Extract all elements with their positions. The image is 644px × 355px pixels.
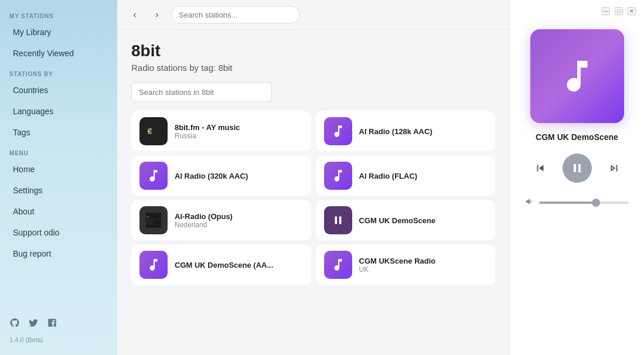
player-controls xyxy=(530,153,625,183)
station-name-cgm: CGM UK DemoScene xyxy=(359,216,488,225)
window-controls: — □ ✕ xyxy=(602,7,636,15)
station-name-ai128: AI Radio (128k AAC) xyxy=(359,127,488,136)
page-subtitle: Radio stations by tag: 8bit xyxy=(131,63,495,73)
station-country-aiopus: Nederland xyxy=(175,221,303,229)
maximize-button[interactable]: □ xyxy=(615,7,623,15)
sidebar-item-about[interactable]: About xyxy=(4,202,114,221)
station-icon-cgmaa xyxy=(139,251,168,279)
station-grid: 8bit.fm - AY music Russia AI Radio (128k… xyxy=(131,111,495,285)
station-name-cgmaa: CGM UK DemoScene (AA... xyxy=(175,261,303,269)
volume-icon xyxy=(525,197,534,208)
station-info-aiopus: AI-Radio (Opus) Nederland xyxy=(175,212,303,229)
page-content: 8bit Radio stations by tag: 8bit 8bit.fm… xyxy=(117,30,509,355)
now-playing-artwork xyxy=(530,29,624,123)
station-icon-ai128 xyxy=(324,117,352,145)
global-search-input[interactable] xyxy=(171,6,300,23)
station-card-aiflac[interactable]: AI Radio (FLAC) xyxy=(316,156,496,196)
station-info-cgmaa: CGM UK DemoScene (AA... xyxy=(175,261,303,269)
station-country-cgmuk: UK xyxy=(359,265,488,274)
station-info-8bitfm: 8bit.fm - AY music Russia xyxy=(175,123,303,140)
twitter-icon[interactable] xyxy=(28,318,39,328)
sidebar-item-tags[interactable]: Tags xyxy=(4,122,114,142)
station-card-cgmuk[interactable]: CGM UKScene Radio UK xyxy=(316,245,496,285)
sidebar-item-support-odio[interactable]: Support odio xyxy=(4,223,114,243)
station-name-8bitfm: 8bit.fm - AY music xyxy=(175,123,303,132)
sidebar-item-bug-report[interactable]: Bug report xyxy=(4,244,114,264)
my-stations-section-label: MY STATIONS xyxy=(0,6,117,22)
next-button[interactable] xyxy=(604,158,625,179)
sidebar-item-my-library[interactable]: My Library xyxy=(4,22,114,42)
svg-text:AI-Radio.org: AI-Radio.org xyxy=(146,223,156,225)
station-name-cgmuk: CGM UKScene Radio xyxy=(359,257,488,265)
now-playing-title: CGM UK DemoScene xyxy=(536,132,618,142)
sidebar: MY STATIONS My Library Recently Viewed S… xyxy=(0,0,117,355)
station-card-8bitfm[interactable]: 8bit.fm - AY music Russia xyxy=(131,111,311,151)
station-country-8bitfm: Russia xyxy=(175,132,303,140)
minimize-button[interactable]: — xyxy=(602,7,610,15)
station-search-input[interactable] xyxy=(131,82,272,102)
station-icon-ai320 xyxy=(139,162,168,190)
sidebar-item-recently-viewed[interactable]: Recently Viewed xyxy=(4,43,114,63)
station-card-cgmaa[interactable]: CGM UK DemoScene (AA... xyxy=(131,245,311,285)
station-card-aiopus[interactable]: ON |||||||| AI-Radio.org AI-Radio (Opus)… xyxy=(131,200,311,240)
station-name-ai320: AI Radio (320k AAC) xyxy=(175,172,303,180)
station-icon-aiflac xyxy=(324,162,352,190)
volume-slider[interactable] xyxy=(539,202,629,204)
forward-button[interactable]: › xyxy=(149,6,165,23)
sidebar-item-languages[interactable]: Languages xyxy=(4,101,114,121)
previous-button[interactable] xyxy=(530,158,551,179)
pause-button[interactable] xyxy=(563,153,592,183)
social-links xyxy=(0,312,117,334)
svg-rect-7 xyxy=(146,219,161,219)
stations-by-section-label: STATIONS BY xyxy=(0,64,117,80)
station-card-ai320[interactable]: AI Radio (320k AAC) xyxy=(131,156,311,196)
sidebar-item-home[interactable]: Home xyxy=(4,159,114,179)
station-name-aiflac: AI Radio (FLAC) xyxy=(359,172,488,180)
station-info-cgmuk: CGM UKScene Radio UK xyxy=(359,257,488,274)
station-icon-aiopus: ON |||||||| AI-Radio.org xyxy=(139,206,168,234)
station-info-cgm: CGM UK DemoScene xyxy=(359,216,488,225)
github-icon[interactable] xyxy=(9,318,20,328)
page-title: 8bit xyxy=(131,42,495,60)
top-bar: ‹ › xyxy=(117,0,509,30)
svg-rect-4 xyxy=(148,132,152,134)
close-button[interactable]: ✕ xyxy=(628,7,636,15)
sidebar-item-countries[interactable]: Countries xyxy=(4,80,114,100)
svg-text:||||||||: |||||||| xyxy=(146,220,154,222)
station-icon-cgmuk xyxy=(324,251,352,279)
version-label: 1.4.0 (Beta) xyxy=(0,334,117,349)
svg-rect-2 xyxy=(150,128,152,130)
svg-text:ON: ON xyxy=(146,216,149,218)
station-info-ai128: AI Radio (128k AAC) xyxy=(359,127,488,136)
facebook-icon[interactable] xyxy=(47,318,57,328)
station-icon-cgm xyxy=(324,206,352,234)
station-info-ai320: AI Radio (320k AAC) xyxy=(175,172,303,180)
menu-section-label: MENU xyxy=(0,143,117,159)
sidebar-item-settings[interactable]: Settings xyxy=(4,180,114,200)
station-card-cgm[interactable]: CGM UK DemoScene xyxy=(316,200,496,240)
back-button[interactable]: ‹ xyxy=(127,6,143,23)
station-card-ai128[interactable]: AI Radio (128k AAC) xyxy=(316,111,496,151)
station-name-aiopus: AI-Radio (Opus) xyxy=(175,212,303,221)
station-info-aiflac: AI Radio (FLAC) xyxy=(359,172,488,180)
main-content: ‹ › 8bit Radio stations by tag: 8bit xyxy=(117,0,509,355)
now-playing-panel: — □ ✕ CGM UK DemoScene xyxy=(509,0,644,355)
svg-rect-1 xyxy=(148,130,149,132)
svg-rect-0 xyxy=(148,128,149,130)
station-icon-8bitfm xyxy=(139,117,168,145)
volume-control xyxy=(519,197,635,208)
svg-rect-3 xyxy=(150,130,152,132)
